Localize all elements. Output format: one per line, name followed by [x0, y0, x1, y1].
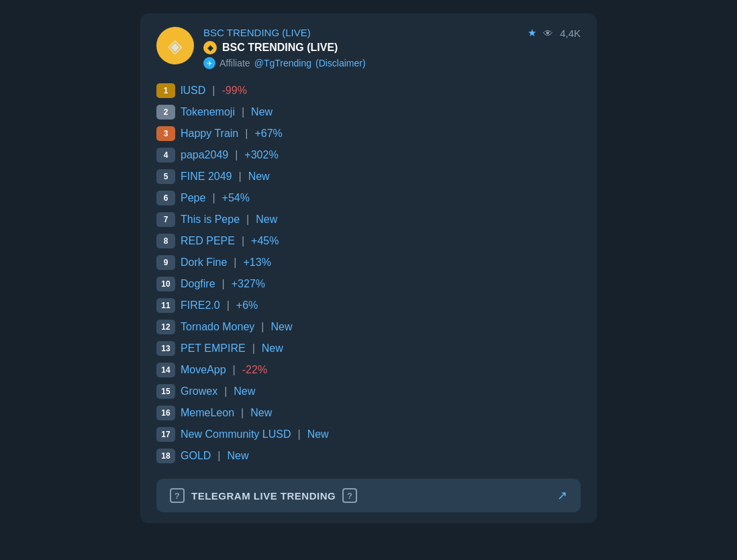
item-name[interactable]: Growex	[181, 385, 217, 398]
separator: |	[212, 192, 215, 204]
item-change: +54%	[222, 192, 250, 204]
list-item: 11 FIRE2.0 | +6%	[156, 296, 581, 315]
separator: |	[224, 385, 227, 398]
affiliate-line: ✈ Affiliate @TgTrending (Disclaimer)	[203, 57, 518, 69]
item-name[interactable]: Tornado Money	[181, 321, 254, 333]
item-name[interactable]: Dogfire	[181, 278, 215, 290]
separator: |	[222, 278, 225, 290]
rank-badge: 10	[156, 277, 175, 291]
item-change: +6%	[236, 299, 258, 312]
rank-badge: 4	[156, 148, 175, 162]
list-item: 1 lUSD | -99%	[156, 81, 581, 100]
item-name[interactable]: This is Pepe	[181, 214, 240, 226]
item-change: +327%	[232, 278, 265, 290]
separator: |	[227, 299, 230, 312]
bnb-icon: ◈	[203, 41, 217, 54]
rank-badge: 14	[156, 363, 175, 377]
affiliate-label: Affiliate	[219, 58, 250, 68]
separator: |	[261, 321, 264, 333]
external-link-icon: ↗	[557, 488, 567, 503]
separator: |	[217, 450, 220, 462]
list-item: 14 MoveApp | -22%	[156, 361, 581, 379]
list-item: 9 Dork Fine | +13%	[156, 253, 581, 272]
channel-title-top: BSC TRENDING (LIVE)	[203, 27, 518, 38]
item-change: New	[307, 428, 329, 440]
list-item: 16 MemeLeon | New	[156, 404, 581, 422]
separator: |	[212, 85, 215, 97]
item-name[interactable]: Pepe	[181, 192, 205, 204]
item-change: +13%	[244, 256, 271, 269]
item-name[interactable]: MemeLeon	[181, 407, 234, 419]
item-change: -99%	[222, 85, 247, 97]
list-item: 12 Tornado Money | New	[156, 318, 581, 336]
list-item: 3 Happy Train | +67%	[156, 124, 581, 143]
separator: |	[233, 364, 236, 376]
question-icon-right: ?	[342, 488, 357, 503]
list-item: 13 PET EMPIRE | New	[156, 339, 581, 358]
eye-icon: 👁	[543, 28, 553, 39]
channel-name: BSC TRENDING (LIVE)	[222, 42, 338, 54]
separator: |	[297, 428, 300, 440]
telegram-live-trending-button[interactable]: ? TELEGRAM LIVE TRENDING ? ↗	[156, 479, 581, 512]
channel-info: BSC TRENDING (LIVE) ◈ BSC TRENDING (LIVE…	[203, 27, 518, 69]
item-change: New	[271, 321, 292, 333]
item-name[interactable]: Tokenemoji	[181, 106, 235, 118]
list-item: 17 New Community LUSD | New	[156, 425, 581, 444]
item-name[interactable]: New Community LUSD	[181, 428, 291, 440]
rank-badge: 2	[156, 105, 175, 120]
header-stats: ★ 👁 4,4K	[528, 27, 581, 39]
item-name[interactable]: papa2049	[181, 149, 228, 161]
separator: |	[235, 149, 238, 161]
question-icon-left: ?	[170, 488, 185, 503]
rank-badge: 8	[156, 234, 175, 248]
separator: |	[246, 214, 249, 226]
list-item: 10 Dogfire | +327%	[156, 275, 581, 293]
separator: |	[241, 407, 244, 419]
separator: |	[245, 128, 248, 140]
affiliate-handle[interactable]: @TgTrending	[254, 58, 311, 68]
viewer-count: 4,4K	[560, 28, 581, 39]
rank-badge: 17	[156, 427, 175, 442]
rank-badge: 18	[156, 449, 175, 463]
item-change: New	[250, 407, 272, 419]
trending-list: 1 lUSD | -99% 2 Tokenemoji | New 3 Happy…	[156, 81, 581, 465]
item-name[interactable]: MoveApp	[181, 364, 226, 376]
channel-title-main: ◈ BSC TRENDING (LIVE)	[203, 41, 518, 54]
item-name[interactable]: FINE 2049	[181, 171, 232, 183]
list-item: 7 This is Pepe | New	[156, 210, 581, 229]
separator: |	[242, 106, 244, 118]
item-change: New	[256, 214, 277, 226]
item-name[interactable]: Happy Train	[181, 128, 238, 140]
rank-badge: 1	[156, 83, 175, 98]
rank-badge: 13	[156, 341, 175, 356]
item-name[interactable]: GOLD	[181, 450, 211, 462]
item-change: +67%	[254, 128, 282, 140]
rank-badge: 7	[156, 212, 175, 227]
separator: |	[234, 256, 236, 269]
item-change: +45%	[251, 235, 279, 247]
item-change: New	[248, 171, 270, 183]
item-change: New	[251, 106, 273, 118]
separator: |	[252, 342, 255, 355]
item-name[interactable]: PET EMPIRE	[181, 342, 246, 355]
list-item: 6 Pepe | +54%	[156, 189, 581, 207]
disclaimer-link[interactable]: (Disclaimer)	[315, 58, 366, 68]
item-change: +302%	[244, 149, 278, 161]
footer-button-label: TELEGRAM LIVE TRENDING	[191, 490, 336, 502]
main-card: ◈ BSC TRENDING (LIVE) ◈ BSC TRENDING (LI…	[140, 13, 597, 523]
rank-badge: 5	[156, 169, 175, 184]
list-item: 5 FINE 2049 | New	[156, 167, 581, 186]
rank-badge: 12	[156, 320, 175, 334]
item-name[interactable]: FIRE2.0	[181, 299, 220, 312]
list-item: 2 Tokenemoji | New	[156, 103, 581, 122]
item-change: New	[262, 342, 283, 355]
item-name[interactable]: lUSD	[181, 85, 205, 97]
list-item: 8 RED PEPE | +45%	[156, 232, 581, 250]
item-change: New	[228, 450, 249, 462]
star-icon: ★	[528, 27, 536, 39]
item-name[interactable]: RED PEPE	[181, 235, 235, 247]
separator: |	[238, 171, 241, 183]
list-item: 4 papa2049 | +302%	[156, 146, 581, 165]
item-name[interactable]: Dork Fine	[181, 256, 227, 269]
telegram-icon: ✈	[203, 57, 215, 69]
